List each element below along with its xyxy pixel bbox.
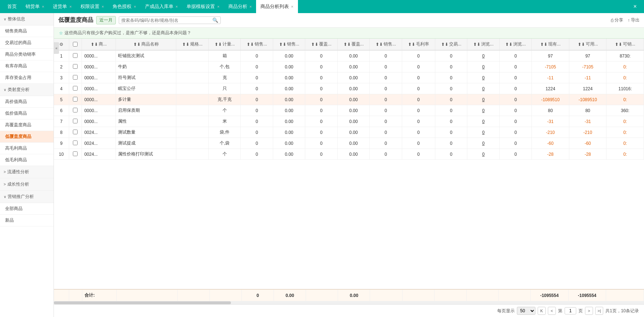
per-page-select[interactable]: 50 20 100 xyxy=(517,307,535,315)
export-button[interactable]: ↑ 导出 xyxy=(628,17,640,23)
nav-close-product-entry[interactable]: × xyxy=(176,4,178,9)
col-name[interactable]: ⬆⬇商品名称 xyxy=(115,39,176,50)
sidebar-item-low-coverage[interactable]: 低覆盖度商品 xyxy=(0,131,54,143)
sidebar-item-traded-goods[interactable]: 交易过的商品 xyxy=(0,37,54,49)
search-input[interactable] xyxy=(121,18,212,23)
col-sales-qty[interactable]: ⬆⬇销售... xyxy=(241,39,273,50)
row-select-checkbox[interactable] xyxy=(73,108,78,112)
row-select-checkbox[interactable] xyxy=(73,151,78,156)
sidebar-section-marketing[interactable]: ∨ 营销推广分析 xyxy=(0,191,54,203)
sidebar-item-category-rate[interactable]: 商品分类动销率 xyxy=(0,49,54,60)
col-sales-amt[interactable]: ⬆⬇销售... xyxy=(273,39,305,50)
row-checkbox[interactable] xyxy=(69,72,82,83)
col-browse1[interactable]: ⬆⬇浏览... xyxy=(467,39,499,50)
nav-product-entry[interactable]: 产成品入库单 × xyxy=(141,0,182,13)
nav-permission-settings[interactable]: 权限设置 × xyxy=(76,0,108,13)
row-checkbox[interactable] xyxy=(69,116,82,127)
col-sales2[interactable]: ⬆⬇销售... xyxy=(370,39,402,50)
nav-close-template[interactable]: × xyxy=(217,4,219,9)
nav-analysis-list[interactable]: 商品分析列表 × xyxy=(256,0,298,13)
nav-close-analysis-list[interactable]: × xyxy=(291,4,293,9)
col-checkbox[interactable] xyxy=(69,39,82,50)
col-gross-rate[interactable]: ⬆⬇毛利率 xyxy=(402,39,435,50)
row-select-checkbox[interactable] xyxy=(73,130,78,134)
col-current[interactable]: ⬆⬇现有... xyxy=(532,39,569,50)
sidebar-section-circulation[interactable]: > 流通性分析 xyxy=(0,166,54,178)
row-browse1[interactable]: 0 xyxy=(467,149,499,160)
row-checkbox[interactable] xyxy=(69,127,82,138)
nav-sales-order[interactable]: 销货单 × xyxy=(21,0,48,13)
sidebar-section-growth[interactable]: > 成长性分析 xyxy=(0,178,54,191)
row-checkbox[interactable] xyxy=(69,50,82,62)
row-browse1[interactable]: 0 xyxy=(467,127,499,138)
last-page-button[interactable]: >| xyxy=(595,307,603,315)
sidebar-item-low-margin[interactable]: 低毛利商品 xyxy=(0,154,54,166)
nav-purchase-order[interactable]: 进货单 × xyxy=(48,0,76,13)
row-checkbox[interactable] xyxy=(69,149,82,160)
window-close-button[interactable]: × xyxy=(629,3,641,10)
row-select-checkbox[interactable] xyxy=(73,140,78,145)
sidebar-item-low-value[interactable]: 低价值商品 xyxy=(0,108,54,119)
col-available[interactable]: ⬆⬇可用... xyxy=(569,39,606,50)
row-browse1[interactable]: 0 xyxy=(467,50,499,62)
col-code[interactable]: ⬆⬇商... xyxy=(82,39,115,50)
nav-template-settings[interactable]: 单据模板设置 × xyxy=(182,0,224,13)
sidebar-item-new-goods[interactable]: 新品 xyxy=(0,215,54,226)
row-select-checkbox[interactable] xyxy=(73,97,78,102)
scrollbar-thumb[interactable] xyxy=(54,301,231,304)
row-browse1[interactable]: 0 xyxy=(467,62,499,72)
row-browse1[interactable]: 0 xyxy=(467,138,499,149)
page-number-input[interactable] xyxy=(565,307,576,314)
nav-close-purchase-order[interactable]: × xyxy=(69,4,71,9)
row-current: -1089510 xyxy=(532,94,569,105)
sidebar-item-all-goods[interactable]: 全部商品 xyxy=(0,203,54,215)
next-page-button[interactable]: > xyxy=(585,307,593,315)
nav-role-auth[interactable]: 角色授权 × xyxy=(108,0,140,13)
col-sellable[interactable]: ⬆⬇可销... xyxy=(606,39,644,50)
prev-page-button[interactable]: < xyxy=(548,307,556,315)
sidebar-collapse-button[interactable]: « xyxy=(54,42,59,54)
sidebar-item-high-margin[interactable]: 高毛利商品 xyxy=(0,143,54,154)
sidebar-item-inventory-fund[interactable]: 库存资金占用 xyxy=(0,72,54,84)
row-checkbox[interactable] xyxy=(69,62,82,72)
nav-close-permission[interactable]: × xyxy=(102,4,104,9)
col-cover2[interactable]: ⬆⬇覆盖... xyxy=(337,39,369,50)
row-checkbox[interactable] xyxy=(69,138,82,149)
col-spec[interactable]: ⬆⬇规格... xyxy=(176,39,208,50)
row-browse1[interactable]: 0 xyxy=(467,105,499,116)
sidebar-section-overall[interactable]: ∨ 整体信息 xyxy=(0,13,54,25)
search-icon[interactable]: 🔍 xyxy=(212,17,218,23)
share-button[interactable]: ⎙ 分享 xyxy=(611,17,623,23)
row-browse1[interactable]: 0 xyxy=(467,72,499,83)
sidebar-section-coverage[interactable]: ∨ 类射度分析 xyxy=(0,84,54,96)
sidebar-item-sales-goods[interactable]: 销售类商品 xyxy=(0,25,54,37)
row-select-checkbox[interactable] xyxy=(73,119,78,123)
row-browse1[interactable]: 0 xyxy=(467,94,499,105)
row-browse1[interactable]: 0 xyxy=(467,116,499,127)
col-browse2[interactable]: ⬆⬇浏览... xyxy=(499,39,531,50)
row-checkbox[interactable] xyxy=(69,94,82,105)
row-browse1[interactable]: 0 xyxy=(467,83,499,94)
nav-close-analysis[interactable]: × xyxy=(250,4,252,9)
nav-home[interactable]: 首页 xyxy=(3,0,21,13)
nav-close-role-auth[interactable]: × xyxy=(134,4,136,9)
nav-product-analysis[interactable]: 商品分析 × xyxy=(224,0,256,13)
row-checkbox[interactable] xyxy=(69,83,82,94)
col-cover1[interactable]: ⬆⬇覆盖... xyxy=(305,39,337,50)
sidebar-item-high-value[interactable]: 高价值商品 xyxy=(0,96,54,108)
sidebar-item-high-coverage[interactable]: 高覆盖度商品 xyxy=(0,119,54,131)
sidebar-item-in-stock[interactable]: 有库存商品 xyxy=(0,60,54,72)
col-trade[interactable]: ⬆⬇交易... xyxy=(435,39,467,50)
row-checkbox[interactable] xyxy=(69,105,82,116)
row-select-checkbox[interactable] xyxy=(73,64,78,69)
date-range-tag[interactable]: 近一月 xyxy=(96,16,116,24)
horizontal-scrollbar[interactable] xyxy=(54,301,644,304)
first-page-button[interactable]: K xyxy=(538,307,546,315)
row-select-checkbox[interactable] xyxy=(73,53,78,58)
select-all-checkbox[interactable] xyxy=(73,42,78,47)
row-select-checkbox[interactable] xyxy=(73,75,78,80)
col-unit[interactable]: ⬆⬇计量... xyxy=(208,39,240,50)
nav-close-sales-order[interactable]: × xyxy=(42,4,44,9)
row-select-checkbox[interactable] xyxy=(73,86,78,91)
row-current: 1224 xyxy=(532,83,569,94)
